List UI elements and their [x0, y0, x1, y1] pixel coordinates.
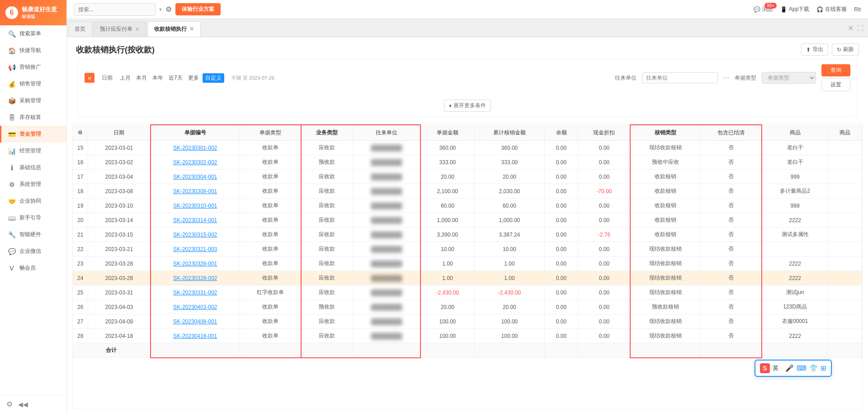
cell-date: 2023-03-28: [88, 256, 151, 271]
cell-voucher-no[interactable]: SK-20230308-001: [151, 184, 240, 199]
tab-prepay[interactable]: 预计应应付单 ✕: [93, 21, 146, 37]
col-include-settled[interactable]: 包含已结清: [701, 125, 762, 141]
sidebar-item-finance[interactable]: 💳 资金管理: [0, 126, 66, 142]
sidebar-item-operations[interactable]: 📊 经营管理: [0, 142, 66, 159]
col-verify-type[interactable]: 核销类型: [630, 125, 700, 141]
cell-verify-type: 收款核销: [630, 199, 700, 213]
cell-voucher-no[interactable]: SK-20230310-001: [151, 199, 240, 213]
cell-voucher-no[interactable]: SK-20230403-002: [151, 300, 240, 314]
refresh-button[interactable]: ↻ 刷新: [832, 43, 859, 56]
sidebar-item-basic[interactable]: ℹ 基础信息: [0, 159, 66, 176]
trial-button[interactable]: 体验行业方案: [175, 3, 221, 15]
export-button[interactable]: ⬆ 导出: [801, 43, 828, 56]
this-year-btn[interactable]: 本年: [151, 73, 165, 83]
sidebar-item-search[interactable]: 🔍 搜索菜单: [0, 25, 66, 42]
filter-expand-arrow[interactable]: »: [85, 73, 94, 83]
sidebar: 6 畅康道好生意 标准版 🔍 搜索菜单 🏠 快捷导航 📢 营销推广 💰 销售管理…: [0, 0, 67, 413]
tab-maximize-icon[interactable]: ⛶: [857, 24, 863, 32]
last7-btn[interactable]: 近7天: [167, 73, 184, 83]
col-voucher-type[interactable]: 单据类型: [240, 125, 301, 141]
cell-voucher-no[interactable]: SK-20230304-001: [151, 170, 240, 184]
sidebar-item-enterprise[interactable]: 🤝 企业协同: [0, 193, 66, 209]
tab-collection-close-icon[interactable]: ✕: [189, 26, 194, 32]
cell-include-settled: 否: [701, 242, 762, 256]
col-product-1[interactable]: 商品: [762, 125, 828, 141]
voucher-type-select[interactable]: 单据类型: [762, 72, 816, 84]
col-counterpart[interactable]: 往来单位: [353, 125, 420, 141]
cell-product-1: 衣服00001: [762, 314, 828, 329]
table-row: 232023-03-28SK-20230328-001收款单应收款███████…: [73, 256, 862, 271]
cell-biz-type: 应收款: [301, 213, 353, 228]
app-download-button[interactable]: 📱 App下载: [780, 5, 809, 13]
cell-include-settled: 否: [701, 184, 762, 199]
topbar-search-input[interactable]: [74, 3, 156, 16]
cell-date: 2023-04-03: [88, 300, 151, 314]
tab-home[interactable]: 首页: [68, 21, 92, 37]
cell-voucher-no[interactable]: SK-20230315-002: [151, 228, 240, 242]
tab-prepay-close-icon[interactable]: ✕: [135, 26, 140, 33]
topbar-right: 💬 消息 99+ 📱 App下载 🎧 在线客服 Rit: [754, 5, 861, 13]
cell-voucher-no[interactable]: SK-20230418-001: [151, 329, 240, 343]
sidebar-item-marketing[interactable]: 📢 营销推广: [0, 59, 66, 76]
col-cash-discount[interactable]: 现金折扣: [578, 125, 630, 141]
sidebar-item-wechat[interactable]: 💬 企业微信: [0, 243, 66, 260]
info-icon: ℹ: [8, 164, 16, 171]
sidebar-item-quicknav[interactable]: 🏠 快捷导航: [0, 42, 66, 59]
cell-voucher-no[interactable]: SK-20230301-002: [151, 141, 240, 155]
this-month-btn[interactable]: 本月: [134, 73, 149, 83]
cell-date: 2023-03-01: [88, 141, 151, 155]
sidebar-item-system[interactable]: ⚙ 系统管理: [0, 176, 66, 193]
col-product-2[interactable]: 商品: [828, 125, 862, 141]
messages-button[interactable]: 💬 消息 99+: [754, 5, 773, 13]
table-row: 192023-03-10SK-20230310-001收款单应收款███████…: [73, 199, 862, 213]
sidebar-item-purchase[interactable]: 📦 采购管理: [0, 92, 66, 109]
cell-voucher-no[interactable]: SK-20230321-003: [151, 242, 240, 256]
cell-include-settled: 否: [701, 199, 762, 213]
cell-voucher-no[interactable]: SK-20230302-002: [151, 155, 240, 170]
topbar-settings-icon[interactable]: ⚙: [165, 5, 172, 14]
cell-product-2: [828, 271, 862, 285]
sidebar-collapse-icon[interactable]: ◀◀: [18, 401, 28, 408]
sidebar-item-member[interactable]: V 畅会员: [0, 260, 66, 276]
counterpart-input[interactable]: [642, 72, 718, 83]
col-balance[interactable]: 余额: [544, 125, 578, 141]
cell-no: 15: [73, 141, 88, 155]
sidebar-item-hardware[interactable]: 🔧 智能硬件: [0, 226, 66, 243]
col-voucher-no[interactable]: 单据编号: [151, 125, 240, 141]
filter-dots[interactable]: ···: [723, 74, 729, 82]
cell-balance: 0.00: [544, 155, 578, 170]
cell-voucher-no[interactable]: SK-20230328-002: [151, 271, 240, 285]
tab-collection[interactable]: 收款核销执行 ✕: [147, 21, 201, 37]
cell-product-1: 2222: [762, 329, 828, 343]
sidebar-item-guide[interactable]: 📖 新手引导: [0, 209, 66, 226]
cell-product-2: [828, 199, 862, 213]
table-header: ⚙ 日期 单据编号 单据类型 业务类型 往来单位 单据金额 累计核销金额 余额 …: [73, 125, 862, 141]
headset-icon: 🎧: [816, 6, 823, 13]
custom-btn[interactable]: 自定义: [203, 73, 224, 83]
sidebar-settings-icon[interactable]: ⚙: [6, 400, 13, 408]
col-date[interactable]: 日期: [88, 125, 151, 141]
cabinet-icon: 🗄: [8, 114, 16, 121]
cell-voucher-no[interactable]: SK-20230314-001: [151, 213, 240, 228]
sidebar-item-sales[interactable]: 💰 销售管理: [0, 76, 66, 92]
sidebar-item-inventory[interactable]: 🗄 库存核算: [0, 109, 66, 126]
col-amount[interactable]: 单据金额: [420, 125, 475, 141]
cell-verify-type: 现结收款核销: [630, 242, 700, 256]
online-service-button[interactable]: 🎧 在线客服: [816, 5, 847, 13]
cell-voucher-no[interactable]: SK-20230408-001: [151, 314, 240, 329]
query-button[interactable]: 查询: [821, 64, 850, 76]
cell-date: 2023-03-02: [88, 155, 151, 170]
col-biz-type[interactable]: 业务类型: [301, 125, 353, 141]
last-month-btn[interactable]: 上月: [118, 73, 132, 83]
more-btn[interactable]: 更多: [186, 73, 201, 83]
dropdown-arrow-icon[interactable]: ▾: [159, 6, 162, 13]
expand-conditions-button[interactable]: ▾ 展开更多条件: [444, 100, 491, 112]
tab-close-all-icon[interactable]: ✕: [848, 24, 854, 33]
cell-voucher-no[interactable]: SK-20230331-002: [151, 285, 240, 300]
filter-settings-button[interactable]: 设置: [821, 78, 850, 91]
cell-voucher-no[interactable]: SK-20230328-001: [151, 256, 240, 271]
cell-include-settled: 否: [701, 155, 762, 170]
col-verified-amount[interactable]: 累计核销金额: [475, 125, 545, 141]
col-gear[interactable]: ⚙: [73, 125, 88, 141]
cell-product-2: [828, 213, 862, 228]
